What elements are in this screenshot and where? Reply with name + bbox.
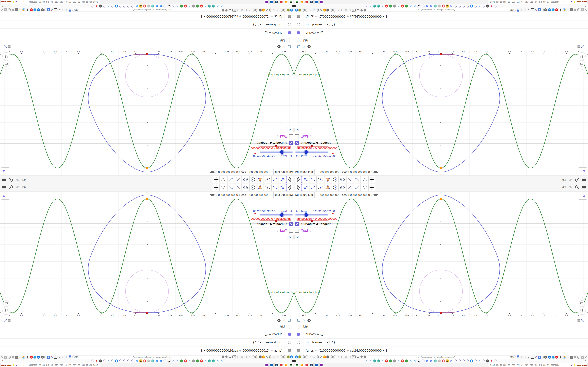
tab-favicon-gray[interactable] <box>192 5 195 8</box>
globe-extension-icon[interactable]: + <box>255 8 258 12</box>
more-options-button[interactable]: ⋮ <box>270 318 276 323</box>
tab-favicon-grn[interactable]: ✓ <box>180 5 183 8</box>
tab-favicon-G[interactable]: G <box>365 359 368 362</box>
puzzle-extension-icon[interactable] <box>581 356 584 359</box>
tab-favicon-teal[interactable] <box>373 5 376 8</box>
wrench-extension-icon[interactable] <box>0 8 3 11</box>
settings-button[interactable] <box>277 318 281 323</box>
extension-dot-icon[interactable] <box>237 356 239 358</box>
collapse-list-button[interactable]: − <box>298 325 303 329</box>
tab-favicon-Ya[interactable]: Я <box>401 5 404 8</box>
app-tile-floppy64[interactable]: 64 <box>314 363 319 367</box>
settings-button[interactable] <box>307 318 311 323</box>
globe-color-extension-icon[interactable] <box>563 356 566 359</box>
extension-dot-icon[interactable] <box>245 356 247 358</box>
visibility-circle[interactable] <box>288 349 291 352</box>
visibility-circle[interactable] <box>297 349 300 352</box>
mouse-extension-icon[interactable] <box>542 8 544 11</box>
tab-favicon-teal[interactable] <box>377 5 380 8</box>
tab-favicon-G[interactable]: G <box>381 5 384 8</box>
tab-favicon-flo[interactable] <box>458 5 461 8</box>
tab-favicon-flo[interactable] <box>462 359 465 362</box>
globe-extension-icon[interactable]: + <box>252 355 255 359</box>
app-tile-console-green[interactable] <box>289 0 293 4</box>
gear-extension-icon[interactable] <box>544 8 547 11</box>
bank-extension-icon[interactable]: ⌂ <box>566 356 569 359</box>
search-icon[interactable] <box>9 185 13 190</box>
gear-extension-icon[interactable] <box>326 8 329 12</box>
app-tile-owl-purple[interactable] <box>319 363 323 367</box>
shield-extension-icon[interactable] <box>574 356 577 359</box>
gear-extension-icon[interactable] <box>326 355 329 359</box>
tab-favicon-Ya[interactable]: Я <box>401 359 404 362</box>
globe-extension-icon[interactable]: + <box>333 355 336 359</box>
tab-favicon-teal[interactable] <box>434 5 437 8</box>
zoom-in-button[interactable] <box>579 300 585 307</box>
tab-favicon-flo[interactable] <box>127 359 130 362</box>
icp-red-extension-icon[interactable]: ICP <box>30 356 33 359</box>
tab-favicon-G[interactable]: G <box>413 359 416 362</box>
extension-dot-icon[interactable] <box>249 9 250 11</box>
mouse-extension-icon[interactable] <box>542 356 544 359</box>
back-arrow-icon[interactable]: ← <box>357 355 359 359</box>
globe-extension-icon[interactable]: + <box>283 8 286 12</box>
zoom-out-button[interactable] <box>2 307 10 315</box>
tab-favicon-Ya[interactable]: Я <box>385 359 388 362</box>
globe-extension-icon[interactable]: + <box>316 8 319 12</box>
tool-move-cursor[interactable] <box>295 176 302 183</box>
graphics-panel-toggle[interactable] <box>1 167 10 175</box>
tab-favicon-flo[interactable] <box>466 359 469 362</box>
tab-favicon-flo[interactable] <box>91 5 94 8</box>
graphics-panel-toggle[interactable] <box>1 192 10 200</box>
tab-favicon-G[interactable]: G <box>159 359 162 362</box>
tool-reflect-about-line[interactable] <box>227 184 234 191</box>
tab-favicon-pic[interactable] <box>139 359 142 362</box>
graphics-panel-toggle[interactable] <box>578 167 587 175</box>
tab-favicon-flo[interactable] <box>91 359 94 362</box>
wrench-extension-icon[interactable] <box>266 8 269 12</box>
tab-favicon-flo[interactable] <box>164 359 166 362</box>
undo-button[interactable]: ↶ <box>22 177 26 182</box>
headset-extension-icon[interactable]: ∩ <box>273 8 276 12</box>
tab-favicon-i[interactable]: i <box>147 5 150 8</box>
tab-favicon-Ya[interactable]: Я <box>184 5 187 8</box>
trash-extension-icon[interactable] <box>26 356 29 359</box>
globe-extension-icon[interactable]: + <box>252 8 255 12</box>
firefox-extension-icon[interactable] <box>323 355 326 359</box>
download-extension-icon[interactable]: ↓ <box>531 8 534 11</box>
extension-dot-icon[interactable] <box>349 9 351 11</box>
crayon-extension-icon[interactable] <box>534 8 537 11</box>
tab-favicon-G[interactable]: G <box>430 5 432 8</box>
tool-line-two-points[interactable] <box>271 184 278 191</box>
tab-favicon-teal[interactable] <box>434 359 437 362</box>
curvature-tangent-checkbox[interactable]: ✓ <box>289 141 293 145</box>
tab-favicon-flo[interactable] <box>454 5 457 8</box>
bookmark-star-icon[interactable]: ☆ <box>65 355 68 359</box>
tool-move-cursor[interactable] <box>295 184 302 191</box>
function-dropdown[interactable]: 1.000000000000 + cos(4.000000000000 x) <box>314 169 371 175</box>
app-tile-firefox[interactable] <box>284 363 288 367</box>
tab-favicon-pic[interactable] <box>446 359 449 362</box>
tab-favicon-G[interactable]: G <box>450 359 453 362</box>
algebra-row[interactable]: curves = {} <box>0 330 294 338</box>
tab-favicon-f[interactable]: f <box>95 5 98 8</box>
tab-favicon-flo[interactable] <box>131 359 134 362</box>
zoom-out-button[interactable] <box>2 52 10 60</box>
headset-extension-icon[interactable]: ∩ <box>312 355 315 359</box>
tab-favicon-grn[interactable]: ✓ <box>389 359 392 362</box>
tab-favicon-f[interactable]: f <box>95 359 98 362</box>
forward-arrow-icon[interactable]: → <box>62 9 64 12</box>
tab-favicon-pic[interactable] <box>139 5 142 8</box>
shield-extension-icon[interactable] <box>574 8 577 11</box>
tab-favicon-teal[interactable] <box>373 359 376 362</box>
tab-favicon-gray[interactable] <box>192 359 195 362</box>
chevron-up-icon[interactable]: ∧ <box>585 359 586 362</box>
tree-view-button[interactable] <box>287 44 292 49</box>
tab-favicon-teal[interactable] <box>151 359 154 362</box>
translate-icon[interactable]: A <box>69 9 71 12</box>
headset-extension-icon[interactable]: ∩ <box>312 8 315 12</box>
arc-position-slider-knob[interactable] <box>311 145 313 148</box>
trash-extension-icon[interactable] <box>559 8 562 11</box>
tool-move-graphics-view[interactable] <box>368 184 375 191</box>
tool-slider[interactable]: a = 2 <box>361 184 368 191</box>
